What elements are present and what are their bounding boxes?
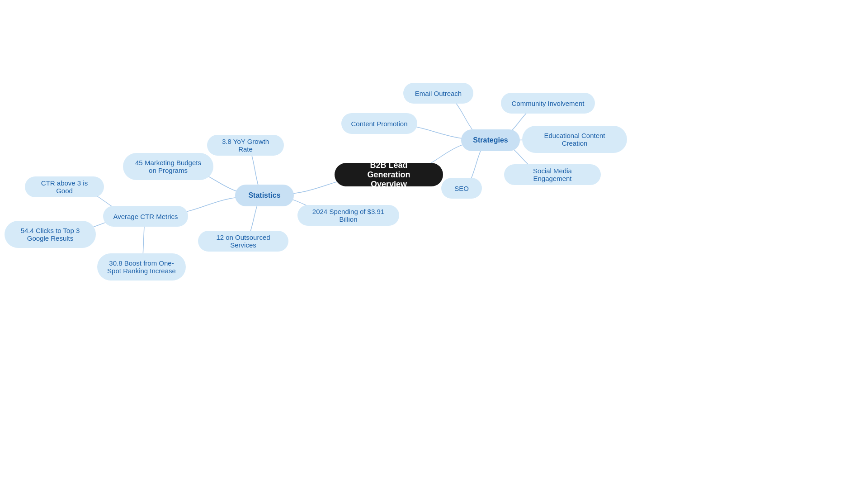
strategies-label: Strategies — [473, 136, 508, 144]
content-promotion-node: Content Promotion — [341, 113, 417, 134]
educational-content-label: Educational Content Creation — [531, 132, 618, 147]
strategies-node: Strategies — [461, 129, 520, 151]
ctr-good-node: CTR above 3 is Good — [25, 176, 104, 197]
clicks-top3-label: 54.4 Clicks to Top 3 Google Results — [14, 227, 87, 242]
seo-node: SEO — [441, 178, 482, 199]
marketing-budgets-node: 45 Marketing Budgets on Programs — [123, 153, 213, 180]
spending-node: 2024 Spending of $3.91 Billion — [297, 205, 399, 226]
root-node: B2B Lead Generation Overview — [335, 163, 443, 186]
community-involvement-node: Community Involvement — [501, 93, 595, 114]
email-outreach-node: Email Outreach — [403, 83, 473, 104]
yoy-growth-label: 3.8 YoY Growth Rate — [216, 138, 275, 153]
ctr-good-label: CTR above 3 is Good — [34, 179, 95, 195]
seo-label: SEO — [454, 185, 469, 192]
spending-label: 2024 Spending of $3.91 Billion — [307, 208, 390, 223]
email-outreach-label: Email Outreach — [415, 90, 462, 97]
boost-ranking-node: 30.8 Boost from One-Spot Ranking Increas… — [97, 253, 186, 281]
educational-content-node: Educational Content Creation — [522, 126, 627, 153]
content-promotion-label: Content Promotion — [351, 120, 407, 128]
marketing-budgets-label: 45 Marketing Budgets on Programs — [132, 159, 204, 174]
boost-ranking-label: 30.8 Boost from One-Spot Ranking Increas… — [106, 259, 177, 275]
yoy-growth-node: 3.8 YoY Growth Rate — [207, 135, 284, 156]
root-label: B2B Lead Generation Overview — [349, 161, 429, 189]
statistics-node: Statistics — [235, 185, 294, 206]
outsourced-label: 12 on Outsourced Services — [207, 233, 279, 249]
community-involvement-label: Community Involvement — [512, 100, 585, 107]
statistics-label: Statistics — [248, 191, 280, 200]
social-media-label: Social Media Engagement — [513, 167, 592, 182]
avg-ctr-label: Average CTR Metrics — [113, 213, 178, 220]
clicks-top3-node: 54.4 Clicks to Top 3 Google Results — [5, 221, 96, 248]
social-media-node: Social Media Engagement — [504, 164, 601, 185]
outsourced-node: 12 on Outsourced Services — [198, 231, 288, 252]
avg-ctr-node: Average CTR Metrics — [103, 206, 188, 227]
